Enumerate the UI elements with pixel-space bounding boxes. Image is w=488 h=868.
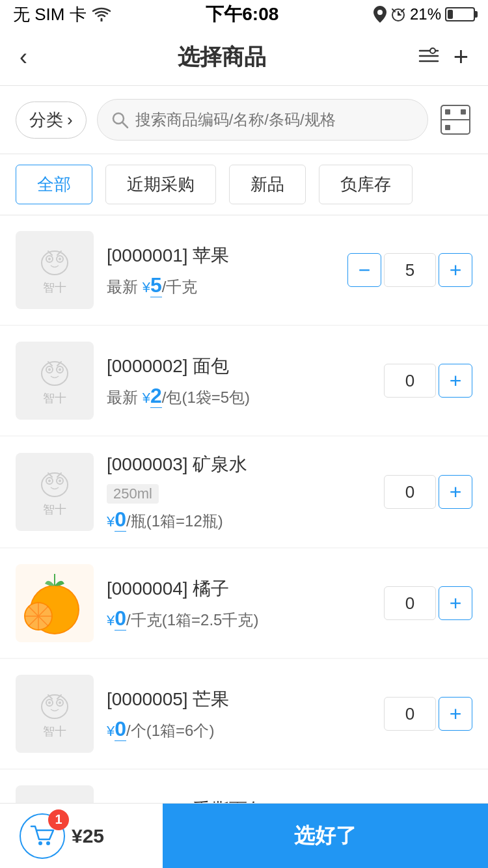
qty-plus-button[interactable]: + [439,364,472,398]
qty-control-0000004: + [384,586,472,620]
svg-point-48 [38,841,42,845]
svg-point-37 [59,701,61,704]
bottom-bar: 1 ¥25 选好了 [0,803,488,868]
owl-text: 智十 [43,724,66,739]
qty-input[interactable] [384,586,436,620]
cart-button[interactable]: 1 [20,813,65,859]
scan-icon[interactable] [439,103,472,137]
svg-point-16 [48,258,51,260]
status-right: 21% [373,5,475,23]
product-info-0000002: [0000002] 面包 最新 ¥2/包(1袋=5包) [107,354,371,408]
qty-input[interactable] [384,364,436,398]
product-info-0000001: [0000001] 苹果 最新 ¥5/千克 [107,243,334,297]
product-image-0000004 [16,564,94,642]
qty-control-0000003: + [384,475,472,509]
owl-text: 智十 [43,390,66,406]
cart-icon [30,825,55,847]
qty-control-0000005: + [384,697,472,731]
qty-minus-button[interactable]: − [347,253,381,287]
status-time: 下午6:08 [206,2,278,27]
carrier-text: 无 SIM 卡 [13,3,87,26]
qty-plus-button[interactable]: + [439,253,472,287]
qty-input[interactable] [384,697,436,731]
confirm-button[interactable]: 选好了 [163,804,488,869]
category-button[interactable]: 分类 › [16,102,87,139]
product-spec: 250ml [107,484,159,504]
status-left: 无 SIM 卡 [13,3,111,26]
cart-section: 1 ¥25 [0,813,163,859]
svg-point-13 [42,251,68,275]
add-button[interactable]: + [454,42,468,72]
alarm-icon [390,6,406,23]
product-info-0000003: [0000003] 矿泉水 250ml ¥0/瓶(1箱=12瓶) [107,452,371,532]
qty-input[interactable] [384,475,436,509]
svg-point-5 [430,48,435,53]
svg-rect-12 [445,125,450,130]
page-title: 选择商品 [178,42,266,72]
product-image-0000002: 智十 [16,342,94,420]
qty-control-0000002: + [384,364,472,398]
product-item: [0000004] 橘子 ¥0/千克(1箱=2.5千克) + [0,549,488,658]
product-name: [0000001] 苹果 [107,243,334,268]
svg-point-17 [59,258,61,260]
product-name: [0000005] 芒果 [107,687,371,712]
product-info-0000005: [0000005] 芒果 ¥0/个(1箱=6个) [107,687,371,741]
product-item: 智十 [0000002] 面包 最新 ¥2/包(1袋=5包) + [0,326,488,435]
filter-icon[interactable] [417,46,441,69]
svg-point-49 [46,841,50,845]
location-icon [373,6,386,23]
svg-point-27 [59,480,61,482]
product-price: ¥0/千克(1箱=2.5千克) [107,606,371,631]
qty-control-0000001: − + [347,253,472,287]
product-name: [0000002] 面包 [107,354,371,379]
owl-text: 智十 [43,502,66,517]
category-chevron: › [67,110,73,130]
search-input[interactable] [135,111,414,129]
product-name: [0000004] 橘子 [107,576,371,601]
qty-input[interactable] [384,253,436,287]
tab-recent[interactable]: 近期采购 [105,165,216,204]
qty-plus-button[interactable]: + [439,586,472,620]
product-item: 智十 [0000003] 矿泉水 250ml ¥0/瓶(1箱=12瓶) + [0,437,488,547]
svg-point-21 [48,368,51,371]
product-item: 智十 [0000005] 芒果 ¥0/个(1箱=6个) + [0,659,488,768]
tab-negative[interactable]: 负库存 [319,165,413,204]
svg-point-0 [377,10,383,15]
cart-badge: 1 [48,809,69,830]
wifi-icon [92,7,111,21]
product-list: 智十 [0000001] 苹果 最新 ¥5/千克 − + [0,215,488,868]
tab-new[interactable]: 新品 [229,165,306,204]
svg-point-18 [42,362,68,385]
filter-bar: 分类 › [0,86,488,154]
tabs: 全部 近期采购 新品 负库存 [0,154,488,215]
svg-point-23 [42,473,68,496]
svg-point-33 [42,695,68,718]
svg-point-36 [48,701,51,704]
navbar: ‹ 选择商品 + [0,29,488,86]
product-price: ¥0/个(1箱=6个) [107,717,371,741]
battery-text: 21% [410,5,441,23]
svg-line-7 [122,122,128,128]
cart-total: ¥25 [72,825,104,847]
search-box [97,99,428,141]
svg-rect-10 [445,109,450,115]
qty-plus-button[interactable]: + [439,697,472,731]
back-button[interactable]: ‹ [20,44,27,71]
product-item: 智十 [0000001] 苹果 最新 ¥5/千克 − + [0,215,488,325]
search-icon [111,111,129,129]
product-image-0000005: 智十 [16,675,94,753]
status-bar: 无 SIM 卡 下午6:08 21% [0,0,488,29]
navbar-right: + [417,42,468,72]
product-price: 最新 ¥5/千克 [107,273,334,297]
qty-plus-button[interactable]: + [439,475,472,509]
product-info-0000004: [0000004] 橘子 ¥0/千克(1箱=2.5千克) [107,576,371,631]
battery-icon [445,7,475,21]
product-name: [0000003] 矿泉水 [107,452,371,477]
product-image-0000003: 智十 [16,453,94,531]
svg-rect-11 [461,109,466,115]
tab-all[interactable]: 全部 [16,165,92,204]
product-price: ¥0/瓶(1箱=12瓶) [107,508,371,532]
owl-text: 智十 [43,280,66,295]
product-price: 最新 ¥2/包(1袋=5包) [107,384,371,408]
svg-point-26 [48,480,51,482]
